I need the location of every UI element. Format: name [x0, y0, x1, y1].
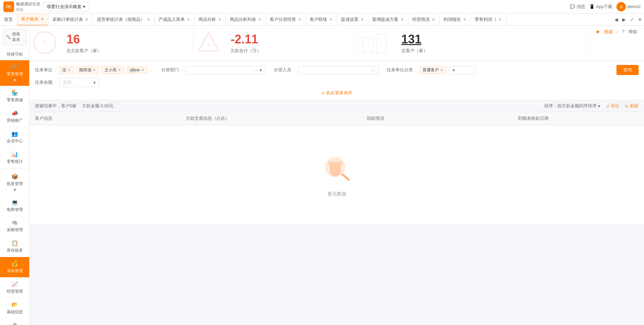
col-header-customer: 客户信息 [35, 115, 186, 121]
app-download-action[interactable]: 📱 App下载 [589, 4, 612, 10]
export-action[interactable]: ↗ 导出 [606, 103, 619, 109]
tab-retail-profit-close[interactable]: ✕ [499, 17, 502, 22]
svg-rect-7 [379, 38, 381, 40]
filter-tag-cjttcw-remove[interactable]: ✕ [141, 68, 144, 72]
video-help-area: ▶ 视频 | ? 帮助 [590, 26, 644, 61]
sidebar-item-marketing[interactable]: 📣 营销推广 [0, 107, 29, 127]
filter-tag-cjttcw[interactable]: cjttcw ✕ [127, 67, 147, 73]
filter-tag-normal-remove[interactable]: ✕ [440, 68, 443, 72]
message-action[interactable]: 💬 消息 [570, 4, 585, 10]
refresh-action[interactable]: ↻ 刷新 [625, 103, 639, 109]
filter-tag-wang-remove[interactable]: ✕ [118, 68, 121, 72]
sidebar-item-retail-stats[interactable]: 📊 零售统计 [0, 148, 29, 168]
quick-nav[interactable]: 快捷导航 [0, 49, 29, 60]
dept-filter-select[interactable]: ··· ▾ [185, 66, 266, 74]
tab-product-stock[interactable]: 产成品入库单 ✕ [155, 13, 195, 26]
tab-goods-list-close[interactable]: ✕ [258, 17, 261, 22]
person-filter-select[interactable]: ··· [298, 66, 379, 74]
tab-goods-list[interactable]: 商品分析列表 ✕ [226, 13, 266, 26]
help-link[interactable]: 帮助 [629, 29, 637, 35]
tab-profit-report-close[interactable]: ✕ [463, 17, 466, 22]
tab-goods-analysis-close[interactable]: ✕ [218, 17, 221, 22]
sidebar-item-inventory[interactable]: 📋 库存核算 [0, 237, 29, 257]
tab-customer-book[interactable]: 客户账本 ✕ [17, 13, 48, 26]
balance-filter-separator: : [55, 80, 56, 85]
tab-customer-book-close[interactable]: ✕ [41, 17, 44, 22]
sidebar-item-retail-mall[interactable]: 🏪 零售商城 [0, 86, 29, 107]
filter-more-tags[interactable]: ... [150, 68, 153, 72]
sidebar-item-ecommerce[interactable]: 💻 电商管理 [0, 196, 29, 216]
tab-purchase-stats-close[interactable]: ✕ [147, 17, 150, 22]
filter-tag-wu[interactable]: 伍 ✕ [59, 66, 74, 74]
video-link[interactable]: 视频 [604, 29, 613, 35]
tab-close-all[interactable]: ✕ [636, 15, 644, 24]
purchase-label: 采购管理 [7, 227, 23, 233]
wholesale-arrow: ▾ [14, 187, 16, 192]
tab-new-raise-close[interactable]: ✕ [400, 17, 404, 22]
filter-tag-chen[interactable]: 陈民强 ✕ [76, 66, 99, 74]
filter-tag-chen-remove[interactable]: ✕ [93, 68, 96, 72]
tab-prev-arrow[interactable]: ◀ [612, 15, 620, 24]
svg-text:✦: ✦ [206, 42, 211, 48]
tab-home-label: 首页 [4, 16, 13, 23]
search-menu-btn[interactable]: 🔍 搜索菜单 [3, 29, 27, 45]
sort-label: 排序：按欠款金额到序排序 [544, 103, 597, 109]
sort-action[interactable]: 排序：按欠款金额到序排序 ▾ [544, 103, 600, 109]
tab-expand-arrow[interactable]: ⤢ [628, 15, 636, 24]
phone-icon: 📱 [589, 4, 595, 9]
sidebar-item-basic-info[interactable]: 📂 基础信息 [0, 298, 29, 319]
top-bar-right: 💬 消息 📱 App下载 d demo2 [570, 2, 641, 11]
retail-mall-label: 零售商城 [7, 97, 23, 103]
tab-customer-tier-close[interactable]: ✕ [298, 17, 301, 22]
operation-mgmt-icon: 📈 [11, 281, 18, 287]
col-debt-label: 欠款交易信息（占比） [186, 116, 229, 121]
tab-next-arrow[interactable]: ▶ [620, 15, 628, 24]
svg-point-15 [338, 161, 343, 167]
stat-total-all-customers: 131 总客户（家） [358, 26, 590, 61]
balance-filter-select[interactable]: 选择... ▾ [59, 78, 99, 87]
tab-operation[interactable]: 经营情况 ✕ [408, 13, 439, 26]
org-name: 母婴行业演示账套 [47, 4, 82, 10]
sidebar-search[interactable]: 🔍 搜索菜单 [0, 26, 29, 49]
sidebar-item-finance[interactable]: 💰 资金管理 [0, 257, 29, 278]
filter-tag-wang[interactable]: 王小亮 ✕ [101, 66, 124, 74]
collapse-button[interactable]: ∧ 收起更多条件 [321, 90, 352, 96]
tab-profit-report[interactable]: 利润报告 ✕ [439, 13, 471, 26]
tab-customer-contact-close[interactable]: ✕ [329, 17, 333, 22]
refresh-icon: ↻ [625, 104, 629, 109]
user-action[interactable]: d demo2 [616, 2, 641, 11]
tab-new-raise[interactable]: 新增提成方案 ✕ [368, 13, 408, 26]
tab-purchase-order[interactable]: 采购订单统计表 ✕ [48, 13, 93, 26]
org-selector[interactable]: 母婴行业演示账套 ▾ [43, 2, 89, 11]
category-filter-select[interactable]: ▾ [449, 66, 476, 74]
tab-purchase-order-close[interactable]: ✕ [85, 17, 88, 22]
tab-raise-settings[interactable]: 提成设置 ✕ [337, 13, 368, 26]
filter-tag-normal[interactable]: 普通客户 ✕ [420, 66, 446, 74]
tab-raise-settings-close[interactable]: ✕ [360, 17, 364, 22]
svg-rect-4 [363, 38, 373, 53]
sidebar-item-retail[interactable]: 🛒 零售管理 ▾ [0, 60, 29, 86]
tab-goods-analysis[interactable]: 商品分析 ✕ [195, 13, 226, 26]
tab-purchase-stats[interactable]: 进货单统计表（按商品） ✕ [93, 13, 155, 26]
sidebar-item-wholesale[interactable]: 📦 批发管理 ▾ [0, 170, 29, 196]
sidebar-item-operation-mgmt[interactable]: 📈 经营管理 [0, 278, 29, 298]
sidebar-item-purchase[interactable]: 🛍 采购管理 [0, 216, 29, 237]
tab-retail-profit[interactable]: 零售利润（ ✕ [471, 13, 506, 26]
sidebar-item-member[interactable]: 👥 会员中心 [0, 127, 29, 148]
member-label: 会员中心 [7, 138, 23, 144]
tab-customer-contact[interactable]: 客户联络 ✕ [306, 13, 337, 26]
tab-operation-close[interactable]: ✕ [432, 17, 435, 22]
filter-tag-wu-remove[interactable]: ✕ [68, 68, 71, 72]
main-layout: 🔍 搜索菜单 快捷导航 🛒 零售管理 ▾ 🏪 零售商城 📣 营销推广 👥 [0, 26, 644, 325]
col-header-debt: 欠款交易信息（占比） [186, 115, 367, 121]
app-label: App下载 [596, 4, 612, 10]
sidebar-item-system[interactable]: ⚙ 系统管理 [0, 319, 29, 325]
filter-tag-normal-label: 普通客户 [423, 67, 439, 73]
tab-customer-tier[interactable]: 客户分层经营 ✕ [266, 13, 306, 26]
query-button[interactable]: 查询 [616, 65, 639, 75]
tab-product-stock-close[interactable]: ✕ [187, 17, 190, 22]
tab-home[interactable]: 首页 [0, 13, 17, 26]
tab-bar-actions: ◀ ▶ ⤢ ✕ [612, 15, 644, 24]
stats-row: ¥ 16 总欠款客户（家） ✦ -2.11 欠款合计（万） [30, 26, 644, 61]
stat2-label: 欠款合计（万） [230, 48, 261, 54]
